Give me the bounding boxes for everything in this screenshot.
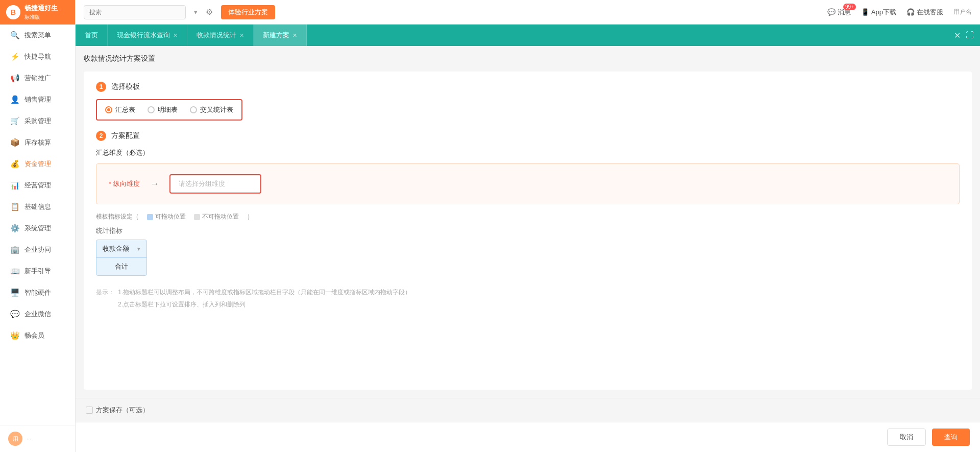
step2-header: 2 方案配置: [96, 131, 960, 141]
sidebar-item-8[interactable]: 📋 基础信息: [0, 196, 75, 218]
tip-row-2: 提示： 2.点击标题栏下拉可设置排序、插入列和删除列: [96, 298, 960, 311]
sidebar-item-7[interactable]: 📊 经营管理: [0, 175, 75, 196]
tip-text-1: 1.拖动标题栏可以调整布局，不可跨维度或指标区域拖动栏目字段（只能在同一维度或指…: [118, 286, 411, 298]
dimension-select-placeholder: 请选择分组维度: [179, 180, 225, 187]
stat-card[interactable]: 收款金额 ▾ 合计: [96, 240, 147, 276]
support-link[interactable]: 🎧 在线客服: [906, 8, 943, 17]
sidebar: B 畅捷通好生 标准版 🔍 搜索菜单 ⚡ 快捷导航 📢 营销推广 👤 销售管理 …: [0, 0, 76, 452]
sidebar-item-10[interactable]: 🏢 企业协同: [0, 239, 75, 260]
sidebar-label-7: 经营管理: [24, 181, 51, 190]
stat-header-text: 收款金额: [103, 244, 129, 253]
sidebar-icon-7: 📊: [10, 181, 19, 190]
draggable-dot: [147, 214, 153, 220]
stat-label: 统计指标: [96, 226, 960, 235]
save-label: 方案保存（可选）: [96, 406, 149, 415]
page-title: 收款情况统计方案设置: [84, 54, 972, 63]
sidebar-icon-3: 👤: [10, 95, 19, 104]
sidebar-item-6[interactable]: 💰 资金管理: [0, 153, 75, 175]
sidebar-label-11: 新手引导: [24, 267, 51, 276]
tab-label-3: 新建方案: [263, 31, 289, 40]
maximize-icon[interactable]: ⛶: [966, 31, 974, 40]
message-badge[interactable]: 💬 消息 99+: [827, 8, 851, 17]
sidebar-label-1: 快捷导航: [24, 52, 51, 61]
tips-title: 提示：: [96, 286, 116, 298]
tab-1[interactable]: 现金银行流水查询✕: [108, 25, 187, 46]
sidebar-item-1[interactable]: ⚡ 快捷导航: [0, 46, 75, 67]
tab-0[interactable]: 首页: [76, 25, 108, 46]
radio-cross-label: 交叉统计表: [200, 105, 233, 114]
sidebar-item-3[interactable]: 👤 销售管理: [0, 89, 75, 110]
radio-summary[interactable]: 汇总表: [105, 105, 135, 114]
logo-text: 畅捷通好生: [24, 4, 58, 13]
close-window-icon[interactable]: ✕: [954, 31, 961, 40]
tab-close-3[interactable]: ✕: [292, 32, 297, 39]
sidebar-icon-14: 👑: [10, 331, 19, 340]
action-bar: 取消 查询: [76, 422, 980, 452]
message-icon: 💬: [827, 8, 836, 16]
indicator-hints: 模板指标设定（ 可拖动位置 不可拖动位置 ）: [96, 212, 960, 221]
radio-summary-circle: [105, 106, 112, 113]
tab-label-0: 首页: [85, 31, 98, 40]
topbar-dropdown-icon[interactable]: ▾: [194, 8, 198, 16]
step2-section: 2 方案配置 汇总维度（必选） 纵向维度 → 请选择分组维度: [96, 131, 960, 311]
headset-icon: 🎧: [906, 8, 915, 16]
sidebar-label-13: 企业微信: [24, 310, 51, 319]
not-draggable-label: 不可拖动位置: [202, 212, 239, 221]
sidebar-icon-10: 🏢: [10, 245, 19, 254]
sidebar-item-12[interactable]: 🖥️ 智能硬件: [0, 282, 75, 303]
sidebar-icon-2: 📢: [10, 74, 19, 83]
sidebar-label-4: 采购管理: [24, 116, 51, 126]
query-button[interactable]: 查询: [932, 429, 970, 446]
user-name[interactable]: 用户名: [953, 8, 972, 16]
tab-close-1[interactable]: ✕: [173, 32, 178, 39]
dimension-section-label: 汇总维度（必选）: [96, 148, 960, 157]
radio-summary-label: 汇总表: [115, 105, 135, 114]
sidebar-item-0[interactable]: 🔍 搜索菜单: [0, 25, 75, 46]
tip-text-2: 2.点击标题栏下拉可设置排序、插入列和删除列: [118, 298, 246, 311]
sidebar-icon-9: ⚙️: [10, 224, 19, 233]
sidebar-label-6: 资金管理: [24, 159, 51, 169]
sidebar-item-9[interactable]: ⚙️ 系统管理: [0, 218, 75, 239]
stat-body-text: 合计: [115, 263, 128, 270]
dimension-select[interactable]: 请选择分组维度: [169, 174, 261, 194]
sidebar-item-4[interactable]: 🛒 采购管理: [0, 110, 75, 132]
topbar: ▾ ⚙ 体验行业方案 💬 消息 99+ 📱 App下载 🎧 在线客服 用户名: [76, 0, 980, 25]
sidebar-item-5[interactable]: 📦 库存核算: [0, 132, 75, 153]
step2-num: 2: [96, 131, 106, 141]
save-checkbox[interactable]: [86, 407, 93, 414]
sidebar-icon-11: 📖: [10, 267, 19, 276]
not-draggable-hint: 不可拖动位置: [194, 212, 239, 221]
radio-detail[interactable]: 明细表: [148, 105, 178, 114]
config-section: 汇总维度（必选） 纵向维度 → 请选择分组维度: [96, 148, 960, 311]
arrow-icon: →: [150, 179, 159, 189]
content-area: 收款情况统计方案设置 1 选择模板 汇总表 明细表: [76, 46, 980, 398]
topbar-right: 💬 消息 99+ 📱 App下载 🎧 在线客服 用户名: [827, 8, 972, 17]
step1-num: 1: [96, 82, 106, 92]
sidebar-item-13[interactable]: 💬 企业微信: [0, 303, 75, 325]
dimension-area: 纵向维度 → 请选择分组维度: [96, 163, 960, 204]
sidebar-icon-6: 💰: [10, 159, 19, 169]
tab-3[interactable]: 新建方案✕: [254, 25, 307, 46]
chevron-down-icon[interactable]: ▾: [137, 246, 140, 252]
radio-cross[interactable]: 交叉统计表: [190, 105, 233, 114]
search-input[interactable]: [84, 5, 186, 19]
save-option[interactable]: 方案保存（可选）: [86, 406, 970, 415]
sidebar-item-2[interactable]: 📢 营销推广: [0, 67, 75, 89]
sidebar-item-11[interactable]: 📖 新手引导: [0, 260, 75, 282]
sidebar-item-14[interactable]: 👑 畅会员: [0, 325, 75, 346]
draggable-hint: 可拖动位置: [147, 212, 186, 221]
sidebar-icon-12: 🖥️: [10, 288, 19, 297]
sidebar-icon-1: ⚡: [10, 52, 19, 61]
sidebar-icon-5: 📦: [10, 138, 19, 147]
sidebar-logo: B 畅捷通好生 标准版: [0, 0, 75, 25]
vertical-dimension-label: 纵向维度: [109, 179, 140, 188]
main-card: 1 选择模板 汇总表 明细表 交叉统计表: [84, 72, 972, 390]
dimension-row: 纵向维度 → 请选择分组维度: [109, 174, 947, 194]
cancel-button[interactable]: 取消: [887, 429, 926, 446]
tab-close-2[interactable]: ✕: [239, 32, 244, 39]
trial-button[interactable]: 体验行业方案: [221, 5, 275, 19]
gear-icon[interactable]: ⚙: [206, 7, 213, 17]
main-area: ▾ ⚙ 体验行业方案 💬 消息 99+ 📱 App下载 🎧 在线客服 用户名 首…: [76, 0, 980, 452]
tab-2[interactable]: 收款情况统计✕: [187, 25, 254, 46]
download-link[interactable]: 📱 App下载: [861, 8, 896, 17]
